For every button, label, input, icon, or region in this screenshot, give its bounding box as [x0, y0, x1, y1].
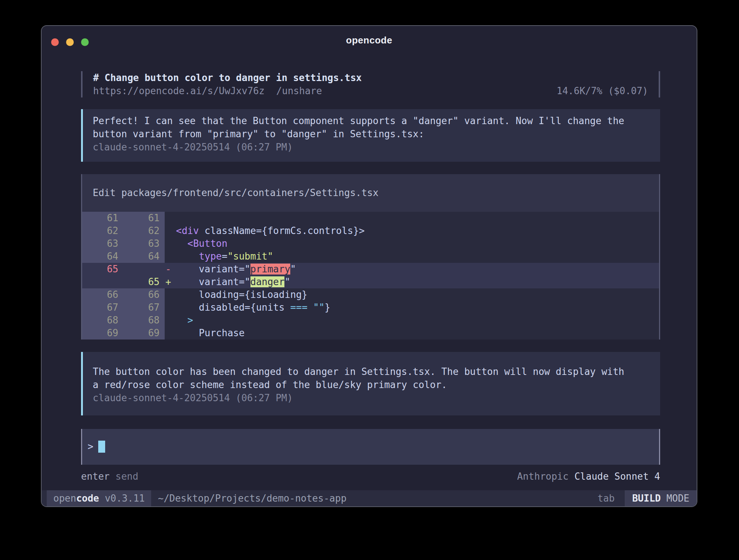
unshare-command[interactable]: /unshare: [276, 84, 322, 97]
diff-line-number-new: 64: [123, 250, 165, 263]
hint-bar: entersend AnthropicClaude Sonnet 4: [81, 470, 660, 483]
project-path: ~/Desktop/Projects/demo-notes-app: [158, 490, 346, 506]
diff-row: 65- variant="primary": [82, 263, 659, 276]
enter-key-label: enter: [81, 471, 110, 482]
diff-marker: [165, 237, 176, 250]
tab-key-hint: tab: [597, 490, 614, 506]
diff-marker: [165, 327, 176, 340]
session-content: # Change button color to danger in setti…: [81, 71, 660, 483]
edit-tool-card: Edit packages/frontend/src/containers/Se…: [81, 174, 660, 340]
diff-code-line: <div className={formCs.controls}>: [176, 225, 365, 237]
mode-name: BUILD: [632, 493, 660, 504]
diff-row: 6767 disabled={units === ""}: [82, 301, 659, 314]
app-version-chip: opencode v0.3.11: [47, 490, 151, 506]
message-text: The button color has been changed to dan…: [93, 365, 650, 391]
status-bar: opencode v0.3.11 ~/Desktop/Projects/demo…: [42, 490, 697, 506]
desktop: { "window": { "title": "opencode" }, "sh…: [0, 0, 739, 560]
diff-marker: [165, 301, 176, 314]
diff-row: 6363 <Button: [82, 237, 659, 250]
session-title: # Change button color to danger in setti…: [93, 71, 648, 84]
diff-line-number-new: 62: [123, 225, 165, 237]
message-meta: claude-sonnet-4-20250514 (06:27 PM): [93, 141, 650, 154]
diff-marker: [165, 288, 176, 301]
enter-hint: entersend: [81, 470, 138, 483]
diff-line-number-new: 65: [123, 276, 165, 288]
diff-line-number-new: 67: [123, 301, 165, 314]
diff-marker: [165, 212, 176, 225]
diff-line-number-old: 67: [82, 301, 123, 314]
mode-word: MODE: [661, 493, 689, 504]
model-hint: AnthropicClaude Sonnet 4: [517, 470, 660, 483]
diff-line-number-new: 68: [123, 314, 165, 327]
diff-line-number-new: 63: [123, 237, 165, 250]
token-stats: 14.6K/7% ($0.07): [557, 84, 648, 97]
diff-line-number-new: 66: [123, 288, 165, 301]
mode-toggle-chip[interactable]: BUILD MODE: [625, 490, 697, 506]
app-name-open: open: [53, 493, 76, 504]
session-header: # Change button color to danger in setti…: [81, 71, 660, 97]
diff-row: 6868 >: [82, 314, 659, 327]
prompt-symbol: >: [88, 441, 93, 452]
diff-line-number-new: 61: [123, 212, 165, 225]
diff-marker: +: [165, 276, 176, 288]
edit-tool-title: Edit packages/frontend/src/containers/Se…: [81, 174, 660, 212]
text-cursor: [98, 441, 105, 453]
diff-line-number-old: 65: [82, 263, 123, 276]
opencode-window: opencode # Change button color to danger…: [42, 26, 697, 506]
diff-code-line: >: [176, 314, 193, 327]
diff-code-line: loading={isLoading}: [176, 288, 307, 301]
window-title: opencode: [42, 35, 697, 46]
diff-code-line: type="submit": [176, 250, 273, 263]
diff-line-number-old: 69: [82, 327, 123, 340]
diff-row: 6666 loading={isLoading}: [82, 288, 659, 301]
diff-line-number-old: 68: [82, 314, 123, 327]
diff-code-line: disabled={units === ""}: [176, 301, 330, 314]
app-name-code: code: [76, 493, 99, 504]
share-url[interactable]: https://opencode.ai/s/UwJxv76z: [93, 84, 265, 97]
app-version: v0.3.11: [99, 493, 145, 504]
diff-line-number-new: [123, 263, 165, 276]
assistant-message: The button color has been changed to dan…: [81, 352, 660, 415]
diff-marker: [165, 314, 176, 327]
diff-row: 6464 type="submit": [82, 250, 659, 263]
diff-code-line: variant="danger": [176, 276, 290, 288]
message-text: Perfect! I can see that the Button compo…: [93, 114, 650, 141]
diff-line-number-old: 63: [82, 237, 123, 250]
diff-row: 6161: [82, 212, 659, 225]
diff-line-number-new: 69: [123, 327, 165, 340]
diff-code-line: <Button: [176, 237, 227, 250]
message-meta: claude-sonnet-4-20250514 (06:27 PM): [93, 391, 650, 404]
diff-line-number-old: 61: [82, 212, 123, 225]
diff-line-number-old: 62: [82, 225, 123, 237]
diff-marker: -: [165, 263, 176, 276]
diff-marker: [165, 225, 176, 237]
diff-line-number-old: 66: [82, 288, 123, 301]
diff-row: 65+ variant="danger": [82, 276, 659, 288]
titlebar: opencode: [42, 26, 697, 54]
diff-line-number-old: 64: [82, 250, 123, 263]
diff-line-number-old: [82, 276, 123, 288]
diff-code-line: Purchase: [176, 327, 245, 340]
diff-row: 6262<div className={formCs.controls}>: [82, 225, 659, 237]
diff-marker: [165, 250, 176, 263]
send-action-label: send: [115, 471, 138, 482]
assistant-message: Perfect! I can see that the Button compo…: [81, 109, 660, 162]
model-label: Claude Sonnet 4: [574, 471, 660, 482]
diff-code-line: variant="primary": [176, 263, 296, 276]
provider-label: Anthropic: [517, 471, 568, 482]
diff-view: 61616262<div className={formCs.controls}…: [81, 212, 660, 340]
diff-row: 6969 Purchase: [82, 327, 659, 340]
prompt-input[interactable]: >: [81, 429, 660, 465]
